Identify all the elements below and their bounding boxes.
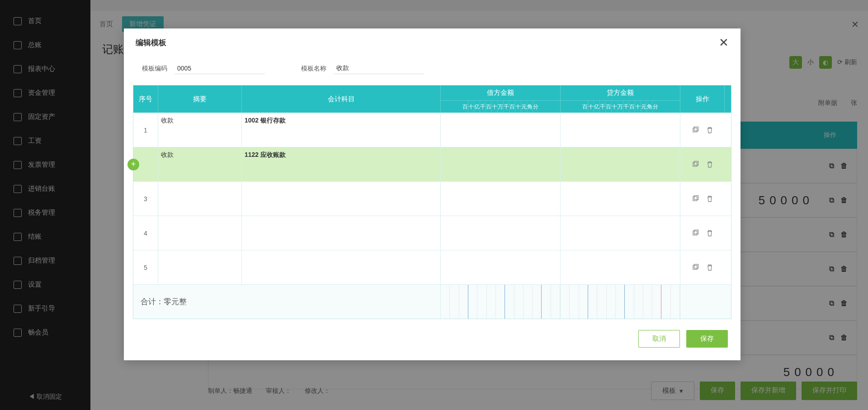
- row-subject[interactable]: [242, 182, 441, 216]
- unit-十: 十: [515, 101, 521, 113]
- row-op: [680, 113, 725, 147]
- amount-cell[interactable]: [671, 285, 680, 319]
- copy-icon[interactable]: [692, 264, 699, 271]
- amount-cell[interactable]: [588, 285, 597, 319]
- modal-close-button[interactable]: ✕: [719, 37, 729, 48]
- amount-cell[interactable]: [643, 285, 652, 319]
- row-index: 5: [133, 250, 158, 284]
- table-row: + 收款 1122 应收账款: [133, 147, 731, 181]
- template-code-input[interactable]: [175, 63, 265, 74]
- table-header: 序号 摘要 会计科目 借方金额 百十亿千百十万千百十元角分 贷方金额 百十亿千百…: [133, 85, 731, 113]
- amount-cell[interactable]: [634, 285, 643, 319]
- amount-cell[interactable]: [514, 285, 524, 319]
- amount-cell[interactable]: [505, 285, 514, 319]
- copy-icon[interactable]: [692, 230, 699, 237]
- amount-cell[interactable]: [542, 285, 551, 319]
- debit-units: 百十亿千百十万千百十元角分: [462, 101, 538, 113]
- delete-icon[interactable]: [706, 161, 713, 168]
- amount-cell[interactable]: [477, 285, 486, 319]
- modal-footer: 取消 保存: [124, 319, 741, 360]
- template-name-input[interactable]: [334, 63, 424, 74]
- unit-百: 百: [582, 101, 588, 113]
- header-summary: 摘要: [158, 85, 242, 113]
- amount-cell[interactable]: [441, 285, 450, 319]
- amount-cell[interactable]: [561, 285, 570, 319]
- svg-rect-3: [694, 161, 698, 165]
- row-subject[interactable]: 1002 银行存款: [242, 113, 441, 147]
- row-debit: [441, 250, 561, 284]
- unit-百: 百: [462, 101, 468, 113]
- amount-cell[interactable]: [579, 285, 588, 319]
- copy-icon[interactable]: [692, 161, 699, 168]
- amount-cell[interactable]: [607, 285, 616, 319]
- amount-cell[interactable]: [450, 285, 459, 319]
- row-subject[interactable]: [242, 250, 441, 284]
- unit-分: 分: [533, 101, 538, 113]
- amount-cell[interactable]: [487, 285, 496, 319]
- table-row: 3: [133, 181, 731, 216]
- credit-label: 贷方金额: [561, 85, 680, 101]
- save-button[interactable]: 保存: [686, 330, 728, 348]
- row-summary[interactable]: 收款: [158, 113, 242, 147]
- row-subject[interactable]: [242, 216, 441, 250]
- header-credit: 贷方金额 百十亿千百十万千百十元角分: [561, 85, 680, 113]
- copy-icon[interactable]: [692, 127, 699, 134]
- amount-cell[interactable]: [661, 285, 670, 319]
- row-summary[interactable]: 收款: [158, 147, 242, 181]
- amount-cell[interactable]: [551, 285, 560, 319]
- delete-icon[interactable]: [706, 264, 713, 271]
- amount-cell[interactable]: [652, 285, 661, 319]
- unit-十: 十: [468, 101, 474, 113]
- row-summary[interactable]: [158, 182, 242, 216]
- cancel-button[interactable]: 取消: [638, 330, 680, 348]
- delete-icon[interactable]: [706, 127, 713, 134]
- amount-cell[interactable]: [524, 285, 533, 319]
- template-name-field: 模板名称: [301, 63, 424, 74]
- modal-title: 编辑模板: [136, 38, 166, 48]
- template-table: 序号 摘要 会计科目 借方金额 百十亿千百十万千百十元角分 贷方金额 百十亿千百…: [133, 85, 731, 319]
- unit-百: 百: [606, 101, 612, 113]
- header-index: 序号: [133, 85, 158, 113]
- modal-header: 编辑模板 ✕: [124, 28, 741, 55]
- row-summary[interactable]: [158, 250, 242, 284]
- delete-icon[interactable]: [706, 230, 713, 237]
- name-label: 模板名称: [301, 65, 326, 73]
- template-code-field: 模板编码: [142, 63, 265, 74]
- unit-千: 千: [600, 101, 606, 113]
- unit-千: 千: [623, 101, 629, 113]
- header-debit: 借方金额 百十亿千百十万千百十元角分: [441, 85, 561, 113]
- amount-cell[interactable]: [625, 285, 634, 319]
- row-summary[interactable]: [158, 216, 242, 250]
- unit-十: 十: [612, 101, 618, 113]
- unit-分: 分: [653, 101, 658, 113]
- total-credit: [561, 285, 680, 319]
- row-op: [680, 182, 725, 216]
- copy-icon[interactable]: [692, 195, 699, 203]
- unit-十: 十: [588, 101, 594, 113]
- table-row: 1 收款 1002 银行存款: [133, 113, 731, 147]
- header-op: 操作: [680, 85, 725, 113]
- amount-cell[interactable]: [570, 285, 579, 319]
- total-text: 零元整: [164, 297, 187, 307]
- credit-units: 百十亿千百十万千百十元角分: [582, 101, 658, 113]
- delete-icon[interactable]: [706, 195, 713, 203]
- total-row: 合计：零元整: [133, 284, 731, 319]
- total-label-text: 合计：: [141, 297, 164, 307]
- code-label: 模板编码: [142, 65, 167, 73]
- amount-cell[interactable]: [616, 285, 625, 319]
- amount-cell[interactable]: [533, 285, 542, 319]
- amount-cell[interactable]: [496, 285, 505, 319]
- svg-rect-0: [693, 128, 697, 132]
- amount-cell[interactable]: [459, 285, 468, 319]
- row-subject[interactable]: 1122 应收账款: [242, 147, 441, 181]
- amount-cell[interactable]: [597, 285, 606, 319]
- row-op: [680, 216, 725, 250]
- table-row: 4: [133, 216, 731, 250]
- amount-cell[interactable]: [468, 285, 477, 319]
- svg-rect-6: [693, 231, 697, 235]
- row-debit: [441, 113, 561, 147]
- svg-rect-2: [693, 162, 697, 166]
- row-credit: [561, 113, 680, 147]
- add-row-button[interactable]: +: [127, 159, 139, 170]
- row-debit: [441, 182, 561, 216]
